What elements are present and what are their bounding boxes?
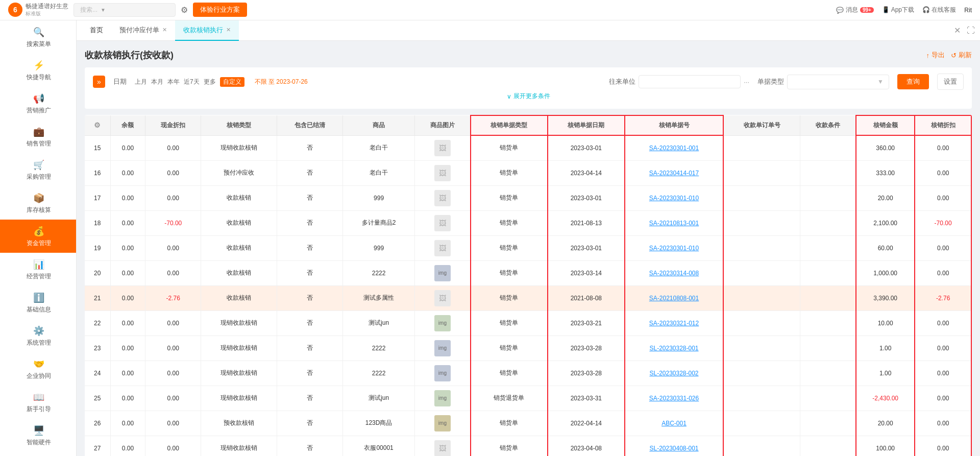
cell-cash-discount: 0.00	[145, 436, 201, 456]
date-option-more[interactable]: 更多	[204, 78, 216, 86]
table-row: 25 0.00 0.00 现销收款核销 否 测试jun img 销货退货单 20…	[85, 386, 971, 411]
th-bill-no: 核销单据号	[625, 115, 723, 135]
sidebar-item-collab[interactable]: 🤝 企业协同	[0, 352, 76, 386]
date-option-custom[interactable]: 自定义	[220, 77, 244, 87]
sidebar-label-finance: 资金管理	[27, 239, 51, 248]
sidebar-item-purchase[interactable]: 🛒 采购管理	[0, 153, 76, 186]
cell-bill-type: 销货单	[471, 310, 548, 335]
tab-prepay-close[interactable]: ✕	[162, 27, 167, 33]
refresh-button[interactable]: ↺ 刷新	[951, 51, 972, 60]
cell-bill-no[interactable]: SA-20210808-001	[625, 285, 723, 310]
cell-bill-type: 销货单	[471, 436, 548, 456]
cell-balance: 0.00	[110, 436, 145, 456]
product-image: 🖼	[434, 140, 451, 156]
cell-settled: 否	[277, 260, 343, 285]
cell-goods: 2222	[343, 361, 414, 386]
cell-bill-no[interactable]: SA-20230314-008	[625, 260, 723, 285]
tab-home[interactable]: 首页	[82, 20, 111, 41]
date-option-7days[interactable]: 近7天	[184, 78, 200, 86]
cell-bill-no[interactable]: SL-20230328-001	[625, 335, 723, 361]
cell-discount: 0.00	[915, 310, 971, 335]
cell-bill-no[interactable]: SA-20230301-010	[625, 185, 723, 210]
cell-balance: 0.00	[110, 210, 145, 235]
th-gear[interactable]: ⚙	[85, 115, 110, 135]
cell-bill-date: 2021-08-13	[548, 210, 625, 235]
tab-collection-close[interactable]: ✕	[226, 27, 231, 33]
sidebar-label-search: 搜索菜单	[27, 40, 51, 49]
cell-goods-img: img	[414, 310, 471, 335]
cell-bill-no[interactable]: ABC-001	[625, 411, 723, 436]
cell-bill-no[interactable]: SA-20230331-026	[625, 386, 723, 411]
tab-collection[interactable]: 收款核销执行 ✕	[175, 20, 239, 41]
cell-discount: 0.00	[915, 260, 971, 285]
tab-collection-label: 收款核销执行	[183, 26, 223, 35]
notification-area[interactable]: 💬 消息 99+	[836, 6, 874, 14]
cell-goods-img: 🖼	[414, 235, 471, 260]
cell-bill-no[interactable]: SA-20230414-017	[625, 160, 723, 185]
cell-discount: -70.00	[915, 210, 971, 235]
sidebar-item-basic[interactable]: ℹ️ 基础信息	[0, 286, 76, 319]
cell-settled: 否	[277, 135, 343, 160]
cell-bill-no[interactable]: SA-20230301-001	[625, 135, 723, 160]
sidebar-label-sales: 销售管理	[27, 139, 51, 148]
product-image: img	[434, 390, 451, 406]
cell-id: 15	[85, 135, 110, 160]
cell-bill-no[interactable]: SL-20230408-001	[625, 436, 723, 456]
close-tab-icon[interactable]: ✕	[954, 26, 961, 35]
expand-conditions-label: 展开更多条件	[513, 92, 550, 101]
online-service[interactable]: 🎧 在线客服	[922, 6, 956, 14]
cell-order-no	[723, 411, 800, 436]
sidebar-item-finance[interactable]: 💰 资金管理	[0, 220, 76, 253]
notification-count: 99+	[860, 7, 874, 13]
sidebar-item-operations[interactable]: 📊 经营管理	[0, 253, 76, 286]
cell-cash-discount: 0.00	[145, 361, 201, 386]
sidebar-label-system: 系统管理	[27, 339, 51, 347]
sidebar-label-shortcuts: 快捷导航	[27, 73, 51, 82]
sidebar-item-system[interactable]: ⚙️ 系统管理	[0, 319, 76, 352]
expand-tab-icon[interactable]: ⛶	[967, 26, 975, 35]
cell-type: 现销收款核销	[201, 135, 277, 160]
cell-id: 16	[85, 160, 110, 185]
cell-order-no	[723, 185, 800, 210]
gear-icon[interactable]: ⚙	[181, 5, 188, 15]
expand-conditions-row[interactable]: ∨ 展开更多条件	[93, 90, 964, 103]
sidebar-item-guide[interactable]: 📖 新手引导	[0, 386, 76, 419]
refresh-icon: ↺	[951, 52, 957, 59]
sidebar-item-wechat[interactable]: 💬 企业微信	[0, 452, 76, 456]
cell-id: 19	[85, 235, 110, 260]
user-info[interactable]: Rit	[964, 7, 972, 14]
cell-order-no	[723, 436, 800, 456]
sidebar-item-hardware[interactable]: 🖥️ 智能硬件	[0, 419, 76, 452]
settings-button[interactable]: 设置	[937, 74, 964, 90]
cell-cash-discount: 0.00	[145, 135, 201, 160]
filter-billtype-field: 单据类型 ▼	[757, 75, 889, 89]
page-header-actions: ↑ 导出 ↺ 刷新	[926, 51, 972, 60]
filter-billtype-select[interactable]: ▼	[787, 75, 889, 89]
app-download[interactable]: 📱 App下载	[882, 6, 914, 14]
tabs: 首页 预付冲应付单 ✕ 收款核销执行 ✕	[82, 20, 239, 41]
cell-bill-no[interactable]: SL-20230328-002	[625, 361, 723, 386]
search-bar[interactable]: 搜索... ▼	[74, 3, 176, 17]
date-option-this-year[interactable]: 本年	[167, 78, 180, 86]
sidebar-label-guide: 新手引导	[27, 405, 51, 414]
column-settings-icon[interactable]: ⚙	[94, 121, 101, 129]
sidebar-item-inventory[interactable]: 📦 库存核算	[0, 186, 76, 220]
sidebar-item-shortcuts[interactable]: ⚡ 快捷导航	[0, 54, 76, 87]
chart-icon: 📊	[33, 259, 44, 270]
date-option-this-month[interactable]: 本月	[151, 78, 163, 86]
filter-partner-input[interactable]	[639, 75, 741, 88]
sidebar-item-sales[interactable]: 💼 销售管理	[0, 120, 76, 153]
query-button[interactable]: 查询	[897, 74, 929, 89]
cell-bill-no[interactable]: SA-20230301-010	[625, 235, 723, 260]
sidebar-item-marketing[interactable]: 📢 营销推广	[0, 87, 76, 120]
sidebar-item-search[interactable]: 🔍 搜索菜单	[0, 20, 76, 54]
date-option-last-month[interactable]: 上月	[135, 78, 147, 86]
tab-prepay[interactable]: 预付冲应付单 ✕	[111, 20, 175, 41]
th-bill-date: 核销单据日期	[548, 115, 625, 135]
cell-bill-no[interactable]: SA-20230321-012	[625, 310, 723, 335]
cell-type: 收款核销	[201, 285, 277, 310]
filter-expand-button[interactable]: »	[93, 76, 105, 88]
export-button[interactable]: ↑ 导出	[926, 51, 945, 60]
cell-bill-no[interactable]: SA-20210813-001	[625, 210, 723, 235]
industry-button[interactable]: 体验行业方案	[193, 3, 247, 17]
